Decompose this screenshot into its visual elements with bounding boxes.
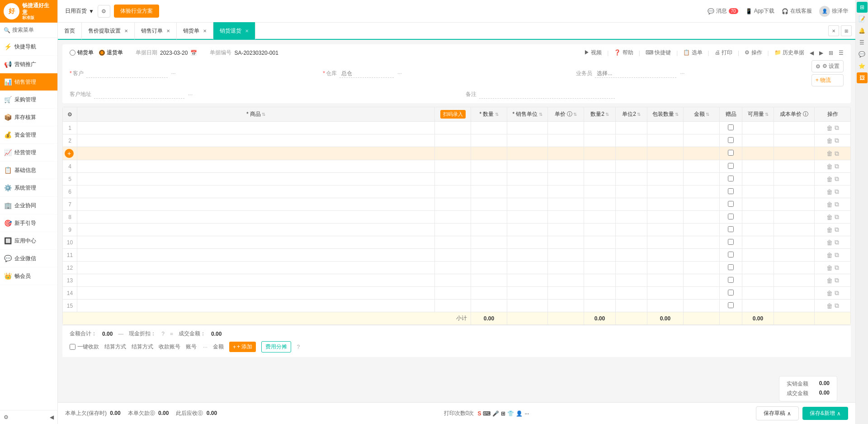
sidebar-item-shortcut[interactable]: ⚡ 快捷导航: [0, 38, 57, 56]
available-cell-5[interactable]: [742, 173, 774, 186]
address-dots-button[interactable]: ···: [188, 91, 193, 98]
qty-cell-13[interactable]: [471, 274, 507, 287]
unit-price-cell-7[interactable]: [548, 198, 584, 211]
qty2-cell-13[interactable]: [584, 274, 616, 287]
salesperson-dots-button[interactable]: ···: [680, 70, 684, 76]
sale-unit-cell-6[interactable]: [507, 186, 548, 198]
cost-unit-cell-5[interactable]: [774, 173, 815, 186]
rp-star-button[interactable]: ⭐: [857, 61, 868, 71]
sidebar-item-enterprise[interactable]: 🏢 企业协同: [0, 197, 57, 214]
experience-button[interactable]: 体验行业方案: [114, 5, 159, 18]
unit2-cell-9[interactable]: [616, 224, 647, 236]
sale-unit-cell-7[interactable]: [507, 198, 548, 211]
sort-pack-icon[interactable]: ⇅: [675, 112, 679, 117]
customer-input[interactable]: [86, 69, 168, 78]
copy-row-12-icon[interactable]: ⧉: [835, 264, 839, 272]
radio-sale-delivery[interactable]: 销货单: [70, 49, 94, 57]
available-cell-6[interactable]: [742, 186, 774, 198]
address-input[interactable]: [94, 90, 184, 99]
qty-cell-7[interactable]: [471, 198, 507, 211]
amount-cell-6[interactable]: [684, 186, 720, 198]
pack-qty-cell-10[interactable]: [647, 236, 684, 249]
th-scan[interactable]: 扫码录入: [435, 107, 471, 122]
product-cell-15[interactable]: [77, 300, 435, 312]
sidebar-item-operation[interactable]: 📈 经营管理: [0, 144, 57, 162]
delete-row-11-icon[interactable]: 🗑: [826, 252, 833, 259]
expense-split-button[interactable]: 费用分摊: [261, 341, 291, 353]
qty-cell-12[interactable]: [471, 262, 507, 274]
pack-qty-cell-3[interactable]: [647, 147, 684, 160]
unit2-cell-14[interactable]: [616, 287, 647, 300]
gift-cell-6[interactable]: [720, 186, 742, 198]
copy-row-2-icon[interactable]: ⧉: [835, 137, 839, 144]
amount-cell-2[interactable]: [684, 134, 720, 147]
amount-cell-5[interactable]: [684, 173, 720, 186]
delete-row-15-icon[interactable]: 🗑: [826, 302, 833, 310]
gift-cell-9[interactable]: [720, 224, 742, 236]
delete-row-10-icon[interactable]: 🗑: [826, 239, 833, 246]
gift-cell-12[interactable]: [720, 262, 742, 274]
rp-list-button[interactable]: ☰: [857, 37, 868, 48]
unit-price-cell-1[interactable]: [548, 122, 584, 134]
pack-qty-cell-14[interactable]: [647, 287, 684, 300]
sidebar-item-system[interactable]: ⚙️ 系统管理: [0, 179, 57, 197]
unit-price-cell-2[interactable]: [548, 134, 584, 147]
qty2-cell-10[interactable]: [584, 236, 616, 249]
unit-price-cell-6[interactable]: [548, 186, 584, 198]
available-cell-14[interactable]: [742, 287, 774, 300]
unit-price-cell-14[interactable]: [548, 287, 584, 300]
delete-row-5-icon[interactable]: 🗑: [826, 176, 833, 183]
tab-close-sale-return[interactable]: ✕: [245, 29, 249, 33]
product-cell-5[interactable]: [77, 173, 435, 186]
delete-row-7-icon[interactable]: 🗑: [826, 201, 833, 208]
sidebar-search[interactable]: 🔍 搜索菜单: [0, 23, 57, 38]
copy-row-3-icon[interactable]: ⧉: [835, 150, 839, 157]
qty-cell-6[interactable]: [471, 186, 507, 198]
sale-unit-cell-3[interactable]: [507, 147, 548, 160]
product-cell-14[interactable]: [77, 287, 435, 300]
copy-row-5-icon[interactable]: ⧉: [835, 175, 839, 183]
amount-cell-1[interactable]: [684, 122, 720, 134]
unit2-cell-3[interactable]: [616, 147, 647, 160]
sort-unit-icon[interactable]: ⇅: [539, 112, 542, 117]
radio-sale-return[interactable]: 退货单: [99, 49, 123, 57]
qty2-cell-11[interactable]: [584, 249, 616, 262]
gift-cell-11[interactable]: [720, 249, 742, 262]
cost-unit-cell-9[interactable]: [774, 224, 815, 236]
unit-price-cell-15[interactable]: [548, 300, 584, 312]
sale-unit-cell-15[interactable]: [507, 300, 548, 312]
sale-unit-cell-5[interactable]: [507, 173, 548, 186]
copy-row-9-icon[interactable]: ⧉: [835, 226, 839, 233]
gift-cell-4[interactable]: [720, 160, 742, 173]
sale-unit-cell-10[interactable]: [507, 236, 548, 249]
daily-goods-selector[interactable]: 日用百货 ▼: [65, 7, 94, 15]
settings-icon[interactable]: ⚙: [4, 414, 9, 420]
calendar-icon[interactable]: 📅: [190, 50, 197, 56]
tab-close-sale-order[interactable]: ✕: [166, 29, 170, 33]
header-gear-button[interactable]: ⚙: [98, 5, 110, 18]
unit-price-cell-12[interactable]: [548, 262, 584, 274]
amount-cell-8[interactable]: [684, 211, 720, 224]
delete-row-3-icon[interactable]: 🗑: [826, 150, 833, 157]
app-download-button[interactable]: 📱 App下载: [745, 7, 774, 15]
rp-bell-button[interactable]: 🔔: [857, 25, 868, 36]
qty-cell-9[interactable]: [471, 224, 507, 236]
sidebar-item-basic[interactable]: 📋 基础信息: [0, 162, 57, 179]
copy-row-8-icon[interactable]: ⧉: [835, 213, 839, 221]
amount-cell-11[interactable]: [684, 249, 720, 262]
warehouse-input[interactable]: [340, 69, 394, 78]
unit2-cell-8[interactable]: [616, 211, 647, 224]
pack-qty-cell-2[interactable]: [647, 134, 684, 147]
copy-row-7-icon[interactable]: ⧉: [835, 200, 839, 208]
gift-cell-3[interactable]: [720, 147, 742, 160]
sale-unit-cell-4[interactable]: [507, 160, 548, 173]
unit-price-cell-5[interactable]: [548, 173, 584, 186]
tab-close-sale-delivery[interactable]: ✕: [203, 29, 207, 33]
sort-qty-icon[interactable]: ⇅: [495, 112, 499, 117]
pack-qty-cell-1[interactable]: [647, 122, 684, 134]
unit-price-cell-11[interactable]: [548, 249, 584, 262]
product-cell-7[interactable]: [77, 198, 435, 211]
gift-cell-7[interactable]: [720, 198, 742, 211]
qty2-cell-12[interactable]: [584, 262, 616, 274]
tab-sale-price[interactable]: 售价提取设置 ✕: [82, 22, 135, 39]
